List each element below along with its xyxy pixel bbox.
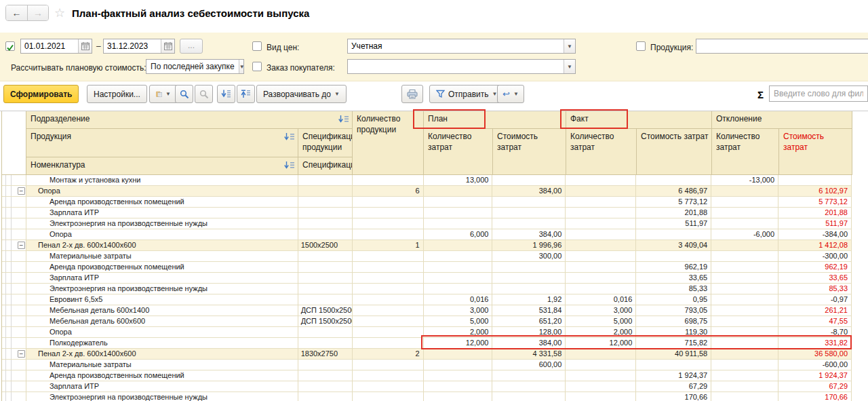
cell-planQty[interactable] — [424, 208, 493, 218]
cell-planCost[interactable] — [492, 284, 566, 294]
cell-factCost[interactable]: 201,88 — [636, 208, 711, 218]
cell-devQty[interactable] — [711, 262, 778, 273]
chevron-down-icon[interactable]: ▼ — [564, 39, 575, 53]
cell-factCost[interactable]: 119,30 — [636, 327, 711, 338]
products-field[interactable] — [696, 39, 868, 54]
cell-devQty[interactable] — [711, 360, 778, 370]
expand-groups-button[interactable] — [237, 85, 255, 103]
cell-planQty[interactable] — [424, 360, 493, 370]
cell-factQty[interactable] — [566, 392, 636, 401]
cell-qty[interactable]: 6 — [353, 186, 424, 197]
cell-planCost[interactable] — [492, 197, 566, 208]
cell-qty[interactable] — [353, 370, 424, 381]
cell-factCost[interactable]: 1 924,37 — [636, 370, 711, 381]
cell-qty[interactable]: 2 — [353, 349, 424, 360]
cell-name[interactable]: Зарплата ИТР — [26, 208, 298, 218]
cell-devQty[interactable] — [711, 208, 778, 218]
cell-qty[interactable] — [353, 229, 424, 240]
cell-planQty[interactable] — [424, 392, 493, 401]
cell-devQty[interactable] — [711, 305, 778, 316]
cell-factQty[interactable] — [566, 186, 636, 197]
cell-spec[interactable] — [298, 360, 353, 370]
cell-factQty[interactable]: 5,000 — [566, 316, 636, 327]
cell-qty[interactable] — [353, 197, 424, 208]
collapse-expander-icon[interactable]: − — [18, 350, 25, 358]
back-button[interactable]: ← — [6, 5, 27, 20]
cell-devCost[interactable]: -300,00 — [778, 251, 852, 262]
cell-factCost[interactable]: 85,33 — [636, 284, 711, 294]
cell-factQty[interactable] — [566, 208, 636, 218]
cell-devCost[interactable]: 36 580,00 — [778, 349, 852, 360]
cell-planQty[interactable] — [424, 197, 493, 208]
cell-planQty[interactable]: 3,000 — [424, 305, 493, 316]
customer-order-field[interactable]: ▼ — [347, 59, 576, 74]
cell-name[interactable]: Полкодержатель — [26, 338, 298, 349]
cell-spec[interactable] — [298, 370, 353, 381]
cell-spec[interactable] — [298, 381, 353, 392]
cell-spec[interactable] — [298, 262, 353, 273]
calendar-icon[interactable] — [78, 39, 92, 53]
cell-planCost[interactable]: 384,00 — [492, 229, 566, 240]
cell-devCost[interactable]: 85,33 — [778, 284, 852, 294]
cell-name[interactable]: Пенал 2-х дв. 600х1400х600 — [26, 240, 298, 251]
cell-name[interactable]: Опора — [26, 229, 298, 240]
collapse-expander-icon[interactable]: − — [18, 242, 25, 249]
cell-spec[interactable] — [298, 294, 353, 305]
cell-planQty[interactable] — [424, 262, 493, 273]
cell-qty[interactable] — [353, 381, 424, 392]
chevron-down-icon[interactable]: ▼ — [239, 60, 244, 73]
cell-name[interactable]: Монтаж и установка кухни — [26, 175, 298, 186]
cell-devCost[interactable]: 5 773,12 — [778, 197, 852, 208]
settings-button[interactable]: Настройки... — [87, 85, 147, 103]
cell-devCost[interactable]: 47,55 — [778, 316, 852, 327]
cell-devCost[interactable]: 1 924,37 — [778, 370, 852, 381]
cell-factCost[interactable]: 33,65 — [636, 273, 711, 284]
cell-factCost[interactable]: 962,19 — [636, 262, 711, 273]
cell-devQty[interactable] — [711, 251, 778, 262]
cell-factQty[interactable] — [566, 360, 636, 370]
cell-devQty[interactable] — [711, 240, 778, 251]
cell-qty[interactable] — [353, 251, 424, 262]
cell-planQty[interactable]: 12,000 — [424, 338, 493, 349]
cell-factQty[interactable] — [566, 284, 636, 294]
date-to-field[interactable] — [103, 39, 175, 54]
search-button[interactable] — [175, 85, 193, 103]
cell-devCost[interactable]: -600,00 — [778, 360, 852, 370]
cell-planCost[interactable] — [492, 218, 566, 229]
price-type-input[interactable] — [348, 39, 564, 53]
cell-spec[interactable] — [298, 327, 353, 338]
cell-factCost[interactable] — [636, 229, 711, 240]
cell-planQty[interactable]: 13,000 — [424, 175, 493, 186]
period-checkbox[interactable] — [5, 41, 15, 51]
expand-to-button[interactable]: Разворачивать до▼ — [256, 85, 347, 103]
cell-name[interactable]: Материальные затраты — [26, 251, 298, 262]
cell-devCost[interactable]: 33,65 — [778, 273, 852, 284]
cell-factQty[interactable] — [566, 273, 636, 284]
cell-devQty[interactable] — [711, 316, 778, 327]
cell-qty[interactable] — [353, 284, 424, 294]
cell-factQty[interactable] — [566, 240, 636, 251]
quick-filter-input[interactable] — [770, 86, 867, 101]
cell-planCost[interactable] — [492, 175, 566, 186]
cell-devQty[interactable] — [711, 294, 778, 305]
cell-devQty[interactable] — [711, 197, 778, 208]
cell-devCost[interactable]: -0,97 — [778, 294, 852, 305]
sort-icon[interactable] — [284, 161, 295, 169]
cell-spec[interactable] — [298, 392, 353, 401]
search-next-button[interactable] — [195, 85, 213, 103]
cell-name[interactable]: Аренда производственных помещений — [26, 262, 298, 273]
cell-devCost[interactable]: 67,29 — [778, 381, 852, 392]
cell-spec[interactable] — [298, 175, 353, 186]
cell-planCost[interactable]: 531,84 — [492, 305, 566, 316]
cell-planQty[interactable] — [424, 349, 493, 360]
cell-factQty[interactable]: 3,000 — [566, 305, 636, 316]
cell-planQty[interactable]: 5,000 — [424, 316, 493, 327]
cell-devQty[interactable] — [711, 338, 778, 349]
cell-planCost[interactable]: 300,00 — [492, 251, 566, 262]
cell-name[interactable]: Зарплата ИТР — [26, 381, 298, 392]
cell-name[interactable]: Материальные затраты — [26, 360, 298, 370]
chevron-down-icon[interactable]: ▼ — [564, 60, 575, 73]
cell-factCost[interactable]: 0,95 — [636, 294, 711, 305]
cell-qty[interactable] — [353, 305, 424, 316]
cell-devQty[interactable] — [711, 381, 778, 392]
